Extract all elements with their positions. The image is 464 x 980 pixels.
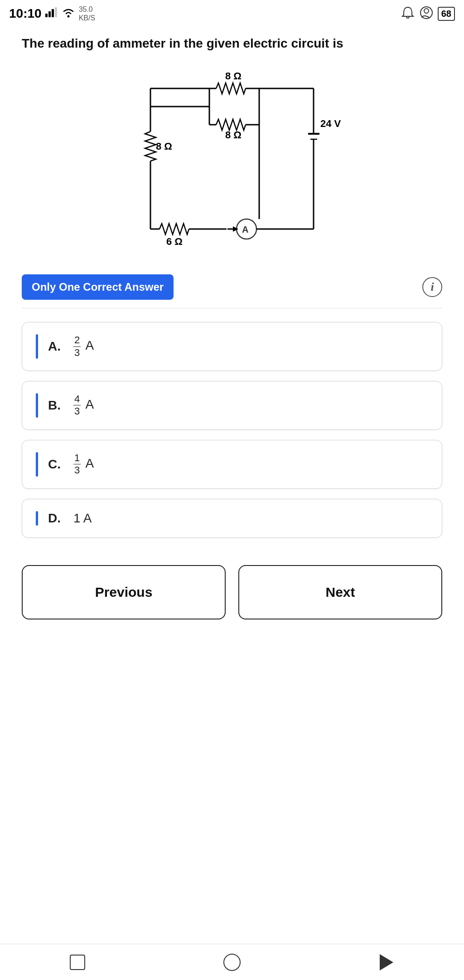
status-bar: 10:10 35.0KB/S	[0, 0, 464, 25]
svg-text:A: A	[242, 224, 248, 234]
option-c-fraction: 1 3	[73, 452, 81, 477]
back-button[interactable]	[374, 950, 399, 975]
option-c-denominator: 3	[73, 464, 81, 476]
svg-rect-3	[55, 7, 57, 17]
question-text: The reading of ammeter in the given elec…	[22, 34, 442, 52]
circle-icon	[223, 954, 241, 971]
options-list: A. 2 3 A B. 4 3 A C.	[22, 322, 442, 537]
option-b-unit: A	[85, 397, 94, 411]
option-a-label: A.	[48, 339, 65, 354]
option-a-accent	[36, 334, 38, 359]
navigation-buttons: Previous Next	[22, 565, 442, 629]
option-b-label: B.	[48, 398, 65, 413]
answer-type-badge: Only One Correct Answer	[22, 274, 174, 300]
option-a-numerator: 2	[73, 334, 81, 346]
home-circle-button[interactable]	[219, 950, 245, 975]
svg-text:8 Ω: 8 Ω	[225, 70, 242, 82]
circuit-diagram: 8 Ω 8 Ω 24 V	[22, 66, 442, 256]
option-a-unit: A	[85, 338, 94, 352]
option-b-denominator: 3	[73, 405, 81, 417]
answer-type-row: Only One Correct Answer i	[22, 274, 442, 300]
wifi-icon	[62, 7, 75, 21]
option-d-value: 1 A	[73, 511, 92, 526]
square-icon	[70, 955, 85, 970]
option-d-accent	[36, 511, 38, 526]
option-a-denominator: 3	[73, 347, 81, 359]
option-b-accent	[36, 393, 38, 418]
bottom-bar	[0, 944, 464, 980]
option-a-value: 2 3 A	[73, 334, 94, 359]
svg-text:8 Ω: 8 Ω	[156, 141, 172, 152]
option-b-numerator: 4	[73, 393, 81, 405]
info-icon[interactable]: i	[422, 277, 442, 297]
option-c-accent	[36, 452, 38, 477]
option-d-label: D.	[48, 511, 65, 526]
notification-icon	[401, 6, 415, 21]
svg-text:6 Ω: 6 Ω	[166, 236, 183, 247]
next-button[interactable]: Next	[238, 565, 442, 619]
avatar-icon	[420, 6, 433, 21]
main-content: The reading of ammeter in the given elec…	[0, 25, 464, 629]
svg-point-6	[424, 9, 429, 13]
previous-button[interactable]: Previous	[22, 565, 226, 619]
option-b[interactable]: B. 4 3 A	[22, 381, 442, 430]
option-c[interactable]: C. 1 3 A	[22, 440, 442, 489]
svg-rect-2	[52, 9, 54, 17]
signal-icon	[45, 7, 58, 20]
option-b-fraction: 4 3	[73, 393, 81, 418]
svg-point-4	[67, 15, 69, 17]
status-right: 68	[401, 6, 455, 21]
svg-text:8 Ω: 8 Ω	[225, 129, 242, 141]
section-divider	[22, 308, 442, 308]
option-c-value: 1 3 A	[73, 452, 94, 477]
network-speed: 35.0KB/S	[79, 5, 95, 22]
status-time: 10:10	[9, 6, 42, 21]
svg-rect-1	[48, 11, 51, 17]
option-c-numerator: 1	[73, 452, 81, 464]
battery-indicator: 68	[438, 7, 455, 21]
option-d[interactable]: D. 1 A	[22, 499, 442, 538]
home-square-button[interactable]	[65, 950, 90, 975]
svg-text:24 V: 24 V	[320, 118, 341, 129]
back-arrow-icon	[380, 954, 393, 970]
option-b-value: 4 3 A	[73, 393, 94, 418]
status-left: 10:10 35.0KB/S	[9, 5, 95, 22]
option-a[interactable]: A. 2 3 A	[22, 322, 442, 371]
option-c-unit: A	[85, 456, 94, 470]
svg-rect-0	[45, 14, 48, 17]
option-a-fraction: 2 3	[73, 334, 81, 359]
option-c-label: C.	[48, 457, 65, 472]
